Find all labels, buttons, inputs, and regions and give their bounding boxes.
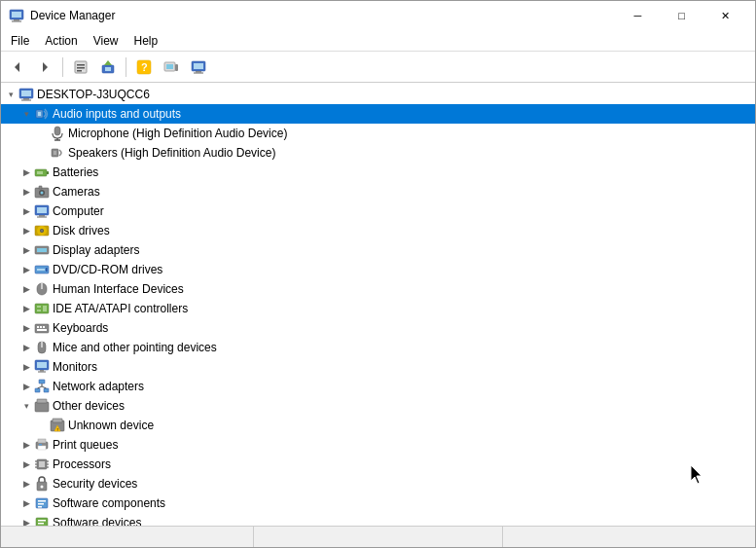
sw-dev-expand[interactable]: ▶ <box>18 515 34 526</box>
svg-marker-4 <box>15 62 19 72</box>
tree-item-batteries[interactable]: ▶ Batteries <box>1 163 755 182</box>
svg-rect-23 <box>21 91 31 96</box>
display-expand[interactable]: ▶ <box>18 242 34 258</box>
tree-item-other[interactable]: ▾ Other devices <box>1 396 755 416</box>
cameras-expand[interactable]: ▶ <box>18 184 34 200</box>
tree-item-speakers[interactable]: Speakers (High Definition Audio Device) <box>1 143 755 163</box>
properties-button[interactable] <box>68 55 93 80</box>
tree-item-hid[interactable]: ▶ Human Interface Devices <box>1 279 755 299</box>
network-expand[interactable]: ▶ <box>18 379 34 394</box>
svg-marker-12 <box>104 60 112 65</box>
display-button[interactable] <box>186 55 211 80</box>
speakers-no-expand <box>34 145 50 161</box>
root-expand[interactable]: ▾ <box>3 87 18 102</box>
tree-item-computer[interactable]: ▶ Computer <box>1 201 755 221</box>
close-button[interactable]: ✕ <box>703 1 747 30</box>
processors-expand[interactable]: ▶ <box>18 457 34 472</box>
tree-item-dvd[interactable]: ▶ DVD/CD-ROM drives <box>1 260 755 279</box>
computer-icon <box>18 87 34 102</box>
menu-help[interactable]: Help <box>126 32 166 50</box>
svg-rect-99 <box>38 500 46 502</box>
dvd-expand[interactable]: ▶ <box>18 262 34 277</box>
monitors-icon <box>34 359 50 375</box>
tree-item-print[interactable]: ▶ Print queues <box>1 435 755 455</box>
tree-item-audio[interactable]: ▾ Audio inputs and outputs <box>1 104 755 124</box>
tree-item-monitors[interactable]: ▶ Monitors <box>1 357 755 377</box>
svg-rect-104 <box>38 523 44 525</box>
svg-rect-19 <box>194 63 203 69</box>
maximize-button[interactable]: □ <box>660 1 703 30</box>
keyboards-icon <box>34 320 50 336</box>
svg-rect-35 <box>37 171 43 174</box>
svg-rect-7 <box>77 64 85 66</box>
app-icon <box>9 8 24 23</box>
scan-button[interactable] <box>159 55 184 80</box>
ide-expand[interactable]: ▶ <box>18 301 34 316</box>
security-expand[interactable]: ▶ <box>18 476 34 492</box>
toolbar: ? <box>1 52 755 83</box>
tree-item-disk-drives[interactable]: ▶ Disk drives <box>1 221 755 240</box>
minimize-button[interactable]: ─ <box>616 1 660 30</box>
keyboards-expand[interactable]: ▶ <box>18 320 34 336</box>
svg-rect-9 <box>77 70 82 72</box>
svg-rect-70 <box>40 370 44 372</box>
update-driver-button[interactable] <box>95 55 121 80</box>
title-bar-controls: ─ □ ✕ <box>616 1 747 30</box>
audio-expand[interactable]: ▾ <box>18 106 34 122</box>
svg-rect-102 <box>36 518 48 526</box>
sw-comp-expand[interactable]: ▶ <box>18 495 34 511</box>
tree-item-network[interactable]: ▶ Network adapters <box>1 377 755 396</box>
svg-rect-51 <box>37 269 45 271</box>
disk-drives-label: Disk drives <box>53 224 110 237</box>
batteries-label: Batteries <box>53 165 98 179</box>
tree-item-unknown[interactable]: ! Unknown device <box>1 416 755 435</box>
menu-bar: File Action View Help <box>1 30 755 52</box>
svg-rect-42 <box>39 215 45 217</box>
svg-rect-72 <box>39 380 45 384</box>
svg-rect-63 <box>43 326 45 328</box>
print-expand[interactable]: ▶ <box>18 437 34 453</box>
svg-rect-85 <box>38 439 46 443</box>
svg-rect-58 <box>37 310 41 311</box>
svg-rect-87 <box>39 444 42 446</box>
tree-item-security[interactable]: ▶ Security devices <box>1 474 755 493</box>
tree-item-microphone[interactable]: Microphone (High Definition Audio Device… <box>1 124 755 143</box>
audio-icon <box>34 106 50 122</box>
hid-expand[interactable]: ▶ <box>18 281 34 297</box>
device-tree[interactable]: ▾ DESKTOP-J3UQCC6 ▾ <box>1 83 755 526</box>
tree-item-keyboards[interactable]: ▶ Keyboards <box>1 318 755 338</box>
menu-view[interactable]: View <box>86 32 126 50</box>
tree-item-cameras[interactable]: ▶ Cameras <box>1 182 755 201</box>
title-bar: Device Manager ─ □ ✕ <box>1 1 755 30</box>
svg-rect-28 <box>54 127 60 135</box>
tree-item-mice[interactable]: ▶ Mice and other pointing devices <box>1 338 755 357</box>
tree-item-ide[interactable]: ▶ IDE ATA/ATAPI controllers <box>1 299 755 318</box>
monitors-expand[interactable]: ▶ <box>18 359 34 375</box>
processors-label: Processors <box>53 457 111 471</box>
forward-button[interactable] <box>32 55 57 80</box>
help-button[interactable]: ? <box>131 55 157 80</box>
batteries-expand[interactable]: ▶ <box>18 164 34 180</box>
tree-item-software-devices[interactable]: ▶ Software devices <box>1 513 755 526</box>
svg-rect-69 <box>37 362 47 368</box>
svg-rect-34 <box>47 171 49 174</box>
svg-rect-81 <box>53 419 62 422</box>
unknown-label: Unknown device <box>68 419 154 432</box>
menu-action[interactable]: Action <box>37 32 85 50</box>
tree-root[interactable]: ▾ DESKTOP-J3UQCC6 <box>1 85 755 104</box>
menu-file[interactable]: File <box>3 32 37 50</box>
other-expand[interactable]: ▾ <box>18 398 34 414</box>
svg-rect-27 <box>38 112 41 116</box>
status-panel-3 <box>503 527 751 547</box>
computer-expand[interactable]: ▶ <box>18 203 34 219</box>
disk-expand[interactable]: ▶ <box>18 223 34 238</box>
tree-item-display-adapters[interactable]: ▶ Display adapters <box>1 240 755 260</box>
mice-expand[interactable]: ▶ <box>18 340 34 355</box>
back-button[interactable] <box>5 55 30 80</box>
svg-rect-1 <box>12 12 21 18</box>
tree-item-processors[interactable]: ▶ Processors <box>1 455 755 474</box>
tree-item-software-components[interactable]: ▶ Software components <box>1 493 755 513</box>
hid-icon <box>34 281 50 297</box>
display-adapter-icon <box>34 242 50 258</box>
security-label: Security devices <box>53 477 137 491</box>
